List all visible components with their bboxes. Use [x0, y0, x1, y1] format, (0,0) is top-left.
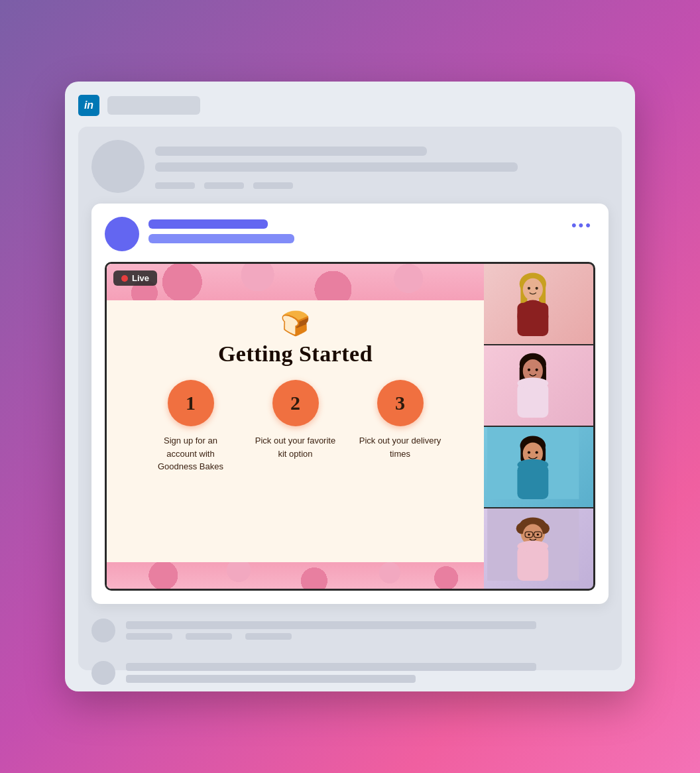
participant-video-4 [484, 508, 593, 589]
svg-point-15 [536, 369, 538, 371]
browser-tab [107, 96, 200, 115]
step-2-number: 2 [272, 380, 319, 426]
bg-bottom-line-wide-1 [126, 621, 536, 629]
participant-video-3 [484, 427, 593, 507]
linkedin-logo-icon: in [78, 95, 99, 116]
svg-point-27 [517, 459, 548, 471]
floral-bottom-decoration [107, 562, 484, 589]
post-author-name-line [148, 219, 268, 229]
live-label: Live [132, 273, 149, 283]
svg-point-4 [523, 278, 543, 301]
steps-row: 1 Sign up for an account with Goodness B… [123, 380, 468, 473]
post-author-info [148, 217, 559, 243]
floral-top-decoration: Live [107, 264, 484, 300]
bg-dot-1 [155, 182, 195, 189]
live-badge: Live [113, 270, 157, 286]
bg-name-line [155, 147, 427, 156]
bg-small-avatar-1 [91, 619, 115, 642]
participants-panel [484, 264, 593, 589]
bg-small-avatar-2 [91, 661, 115, 685]
post-header: ••• [105, 217, 595, 251]
participant-video-1 [484, 264, 593, 344]
bg-dot-3 [253, 182, 293, 189]
bg-bottom-lines-2 [126, 663, 609, 683]
presentation-title: Getting Started [218, 341, 373, 367]
browser-tab-bar: in [78, 95, 622, 116]
bg-profile-lines [155, 140, 609, 189]
bg-dot-2 [204, 182, 244, 189]
bg-bottom-lines-1 [126, 621, 609, 640]
bg-avatar [91, 140, 145, 193]
participant-video-2 [484, 345, 593, 426]
bg-meta-dots [155, 182, 609, 189]
step-3: 3 Pick out your delivery times [357, 380, 443, 460]
bg-bottom-line-wide-2 [126, 663, 536, 671]
bg-profile-section [91, 140, 609, 193]
bg-bottom-row-1 [91, 615, 609, 646]
step-1-text: Sign up for an account with Goodness Bak… [148, 434, 234, 473]
svg-point-17 [517, 378, 548, 389]
presentation-content: 🍞 Getting Started 1 Sign up for an accou… [107, 300, 484, 562]
live-stream-container: Live 🍞 Getting Started 1 Sign up for an … [105, 262, 595, 591]
linkedin-post-card: ••• Live 🍞 Getting S [91, 204, 609, 604]
svg-point-40 [537, 534, 539, 536]
svg-point-42 [517, 541, 548, 552]
step-2: 2 Pick out your favorite kit option [253, 380, 339, 460]
step-3-number: 3 [377, 380, 424, 426]
bg-title-line [155, 162, 518, 172]
svg-rect-8 [517, 303, 548, 336]
step-2-text: Pick out your favorite kit option [253, 434, 339, 460]
baker-icon: 🍞 [280, 310, 310, 337]
svg-point-14 [528, 369, 530, 371]
svg-point-6 [536, 287, 538, 290]
post-author-avatar [105, 217, 139, 251]
main-presentation-panel: Live 🍞 Getting Started 1 Sign up for an … [107, 264, 484, 589]
bg-bottom-row-2 [91, 657, 609, 689]
live-indicator-dot [121, 275, 128, 282]
post-author-subtitle-line [148, 234, 294, 243]
browser-window: in [65, 82, 635, 691]
step-3-text: Pick out your delivery times [357, 434, 443, 460]
svg-point-24 [528, 451, 530, 453]
svg-point-39 [528, 534, 530, 536]
background-linkedin-ui: ••• Live 🍞 Getting S [78, 127, 622, 670]
step-1-number: 1 [168, 380, 214, 426]
bg-meta-item-2 [186, 633, 232, 640]
svg-point-5 [528, 287, 530, 290]
svg-point-25 [536, 451, 538, 453]
step-1: 1 Sign up for an account with Goodness B… [148, 380, 234, 473]
bg-meta-item-3 [245, 633, 292, 640]
bg-meta-row-1 [126, 633, 609, 640]
bg-meta-item-1 [126, 633, 172, 640]
bg-bottom-line-narrow-2 [126, 675, 416, 683]
post-more-button[interactable]: ••• [569, 217, 595, 234]
